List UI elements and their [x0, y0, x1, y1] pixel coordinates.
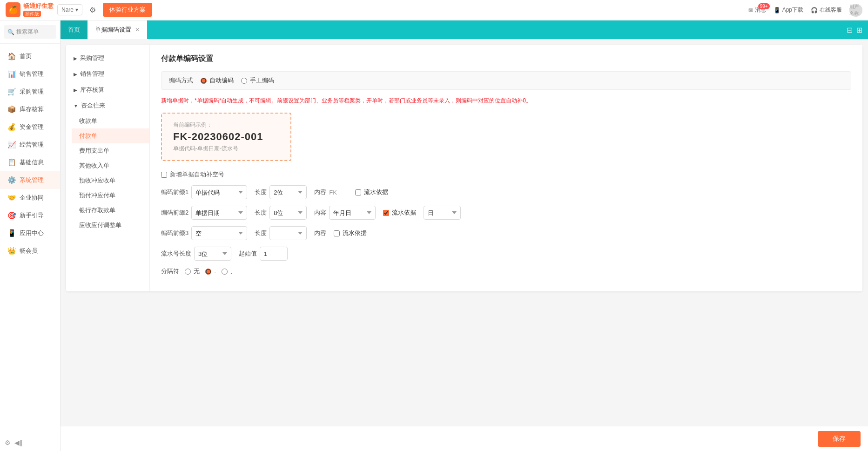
tree-item-receipt[interactable]: 收款单 [72, 114, 149, 128]
tree-group-sales[interactable]: ▶ 销售管理 [66, 66, 149, 82]
sidebar-item-finance[interactable]: 💰 资金管理 [0, 118, 60, 136]
message-icon: ✉ [748, 7, 753, 13]
auto-fill-checkbox[interactable] [161, 172, 167, 178]
sidebar-item-operation[interactable]: 📈 经营管理 [0, 136, 60, 154]
tree-item-expense[interactable]: 费用支出单 [72, 143, 149, 158]
manual-encode-radio[interactable] [241, 78, 247, 84]
auto-encode-radio[interactable] [201, 78, 207, 84]
sidebar-item-guide[interactable]: 🎯 新手引导 [0, 207, 60, 224]
brand-text: 畅通好生意 插件版 [23, 2, 54, 17]
brand-icon: 🍊 [6, 2, 20, 17]
prefix2-select[interactable]: 单据日期 [191, 206, 247, 220]
sidebar-item-apps[interactable]: 📱 应用中心 [0, 224, 60, 242]
preview-label: 当前编码示例： [173, 121, 279, 129]
sidebar-item-member[interactable]: 👑 畅会员 [0, 242, 60, 260]
sidebar-item-sales[interactable]: 📊 销售管理 [0, 65, 60, 83]
start-value-field: 起始值 [239, 247, 288, 261]
sidebar-item-basic[interactable]: 📋 基础信息 [0, 154, 60, 171]
serial-length-row: 流水号长度 3位 起始值 [161, 247, 851, 261]
sidebar: 🔍 搜索菜单 🏠 首页 📊 销售管理 🛒 采购管理 📦 库存核算 💰 [0, 20, 61, 451]
basic-icon: 📋 [7, 158, 16, 167]
sidebar-item-system[interactable]: ⚙️ 系统管理 [0, 171, 60, 189]
messages-button[interactable]: ✉ 消息 99+ [748, 6, 766, 14]
nav-dropdown[interactable]: Nare ▾ [57, 4, 82, 15]
tree-group-purchase[interactable]: ▶ 采购管理 [66, 50, 149, 66]
prefix3-select[interactable]: 空 [191, 226, 247, 240]
sidebar-nav: 🏠 首页 📊 销售管理 🛒 采购管理 📦 库存核算 💰 资金管理 📈 经 [0, 44, 60, 434]
separator-dot-radio[interactable]: . [222, 268, 232, 275]
tree-item-ap-adjustment[interactable]: 应收应付调整单 [72, 218, 149, 233]
prefix3-length-field: 长度 [255, 226, 307, 240]
search-menu-button[interactable]: 🔍 搜索菜单 [4, 25, 56, 39]
sidebar-bottom: ⚙ ◀‖ [0, 434, 60, 451]
start-value-label: 起始值 [239, 249, 257, 258]
sidebar-collapse-button[interactable]: ◀‖ [14, 439, 23, 446]
serial-length-label: 流水号长度 [161, 249, 191, 258]
message-badge: 99+ [758, 3, 770, 9]
guide-icon: 🎯 [7, 211, 16, 220]
sidebar-item-purchase[interactable]: 🛒 采购管理 [0, 83, 60, 101]
prefix1-select[interactable]: 单据代码 [191, 185, 247, 199]
prefix1-length-select[interactable]: 2位 [269, 185, 307, 199]
prefix2-length-label: 长度 [255, 209, 267, 217]
user-avatar[interactable]: 用户名称 [849, 4, 862, 17]
tab-encoding[interactable]: 单据编码设置 ✕ [87, 20, 147, 39]
separator-dash-radio[interactable]: - [205, 268, 216, 275]
tree-item-advance-payment[interactable]: 预付冲应付单 [72, 188, 149, 203]
sep-dot-radio[interactable] [222, 269, 228, 275]
serial-length-select[interactable]: 3位 [194, 247, 231, 261]
tab-bar: 首页 单据编码设置 ✕ ⊟ ⊞ [61, 20, 868, 39]
save-button[interactable]: 保存 [818, 431, 861, 447]
tree-group-capital[interactable]: ▼ 资金往来 [66, 98, 149, 114]
settings-icon[interactable]: ⚙ [86, 3, 99, 16]
separator-label: 分隔符 [161, 267, 179, 276]
sidebar-item-enterprise[interactable]: 🤝 企业协同 [0, 189, 60, 207]
sidebar-item-inventory[interactable]: 📦 库存核算 [0, 101, 60, 118]
prefix1-content-label: 内容 [314, 188, 326, 196]
main-layout: 🔍 搜索菜单 🏠 首页 📊 销售管理 🛒 采购管理 📦 库存核算 💰 [0, 20, 868, 451]
online-service-button[interactable]: 🎧 在线客服 [811, 6, 842, 14]
prefix1-content-field: 内容 FK [314, 188, 348, 196]
prefix1-stream-checkbox[interactable] [355, 189, 361, 195]
prefix1-length-field: 长度 2位 [255, 185, 307, 199]
sep-none-radio[interactable] [185, 269, 191, 275]
prefix2-stream-unit-select[interactable]: 日 [424, 206, 461, 220]
arrow-right-icon: ▶ [74, 88, 77, 93]
form-title: 付款单编码设置 [161, 54, 851, 64]
prefix2-content-label: 内容 [314, 209, 326, 217]
arrow-down-icon: ▼ [74, 103, 78, 108]
tab-expand-button[interactable]: ⊟ ⊞ [841, 26, 868, 34]
tree-item-advance-receipt[interactable]: 预收冲应收单 [72, 173, 149, 188]
tree-item-income[interactable]: 其他收入单 [72, 158, 149, 173]
trial-button[interactable]: 体验行业方案 [103, 3, 152, 17]
app-download-button[interactable]: 📱 App下载 [774, 6, 803, 14]
prefix3-stream-checkbox[interactable] [334, 230, 340, 236]
sep-dash-radio[interactable] [205, 269, 211, 275]
prefix1-stream-field: 流水依据 [355, 188, 388, 196]
tab-close-icon[interactable]: ✕ [135, 27, 140, 33]
tree-item-payment[interactable]: 付款单 [72, 128, 149, 143]
prefix3-length-select[interactable] [269, 226, 307, 240]
separator-none-radio[interactable]: 无 [185, 267, 200, 276]
info-text: 新增单据时，*单据编码*自动生成，不可编辑。前缀设置为部门、业务员等档案类，开单… [161, 96, 851, 105]
tree-children-capital: 收款单 付款单 费用支出单 其他收入单 预收冲应收单 预付冲应付单 银行存取款单… [66, 114, 149, 233]
start-value-input[interactable] [260, 247, 288, 261]
radio-manual-encode[interactable]: 手工编码 [241, 76, 274, 85]
headset-icon: 🎧 [811, 7, 818, 13]
sidebar-settings-button[interactable]: ⚙ [5, 439, 11, 446]
prefix3-content-field: 内容 [314, 229, 326, 237]
prefix2-content-select[interactable]: 年月日 [329, 206, 376, 220]
auto-encode-label: 自动编码 [209, 76, 234, 85]
radio-auto-encode[interactable]: 自动编码 [201, 76, 234, 85]
tree-item-bank-deposit[interactable]: 银行存取款单 [72, 203, 149, 218]
tab-home[interactable]: 首页 [61, 20, 87, 39]
sep-dot-label: . [230, 268, 232, 275]
sidebar-item-home[interactable]: 🏠 首页 [0, 47, 60, 65]
top-nav: 🍊 畅通好生意 插件版 Nare ▾ ⚙ 体验行业方案 ✉ 消息 99+ 📱 A… [0, 0, 868, 20]
prefix2-stream-checkbox[interactable] [383, 210, 389, 216]
left-tree: ▶ 采购管理 ▶ 销售管理 ▶ 库存核算 ▼ 资 [66, 45, 150, 291]
sidebar-search-area: 🔍 搜索菜单 [0, 20, 60, 44]
prefix3-field: 编码前缀3 空 [161, 226, 247, 240]
tree-group-inventory[interactable]: ▶ 库存核算 [66, 82, 149, 98]
prefix2-length-select[interactable]: 8位 [269, 206, 307, 220]
